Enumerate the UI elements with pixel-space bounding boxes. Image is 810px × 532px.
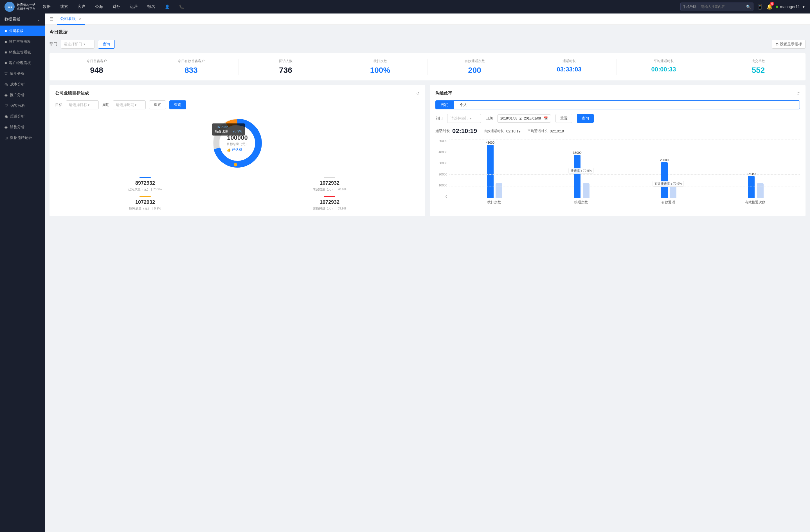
efficiency-panel: 沟通效率 ↺ 部门 个人 部门 请选择部门 ▼ 日期 [430, 85, 806, 216]
channel-icon: ◉ [4, 114, 8, 119]
goal-stat-should-complete: 1072932 应完成量（元）｜8.9% [55, 196, 235, 211]
sidebar-item-funnel[interactable]: ▽ 漏斗分析 [0, 68, 45, 79]
eff-dept-select[interactable]: 请选择部门 ▼ [447, 114, 481, 123]
nav-customers[interactable]: 客户 [73, 0, 90, 14]
goal-reset-button[interactable]: 重置 [149, 100, 166, 110]
efficiency-panel-header: 沟通效率 ↺ [435, 90, 800, 96]
sidebar-item-label-cost: 成本分析 [10, 82, 25, 87]
goal-target-select[interactable]: 请选择目标 ▼ [66, 100, 99, 110]
goal-target-label: 目标 [55, 102, 62, 107]
promotion-analysis-icon: ◈ [4, 93, 7, 97]
efficiency-refresh-icon[interactable]: ↺ [796, 91, 800, 96]
sales-analysis-icon: ◈ [4, 125, 7, 129]
page-content: 今日数据 部门 请选择部门 ▼ 查询 ⚙ 设置显示指标 [45, 25, 810, 221]
stat-value-5: 03:33:03 [525, 66, 613, 73]
eff-query-button[interactable]: 查询 [577, 114, 594, 123]
stat-value-0: 948 [53, 66, 140, 75]
sidebar-item-data-transfer[interactable]: ⊞ 数据流转记录 [0, 132, 45, 143]
sales-board-icon: ■ [4, 50, 7, 54]
tab-bar: ☰ 公司看板 ✕ [45, 14, 810, 25]
today-section-title: 今日数据 [49, 29, 806, 35]
sidebar-item-sales-board[interactable]: ■ 销售主管看板 [0, 47, 45, 57]
sidebar-item-visitor[interactable]: ♡ 访客分析 [0, 100, 45, 111]
dept-label: 部门 [49, 41, 58, 47]
bars-area: 43000 [450, 139, 800, 207]
date-range-picker[interactable]: 2018/01/08 至 2018/01/08 📅 [497, 114, 551, 122]
y-label-20000: 20000 [438, 173, 447, 176]
sidebar-item-sales-analysis[interactable]: ◈ 销售分析 [0, 122, 45, 132]
dept-select[interactable]: 请选择部门 ▼ [61, 40, 95, 49]
tooltip-value: 1072932 [215, 125, 242, 129]
x-label-connect: 接通次数 [539, 200, 624, 205]
nav-sea[interactable]: 公海 [91, 0, 108, 14]
goal-filters: 目标 请选择目标 ▼ 周期 请选择周期 ▼ 重置 查询 [55, 100, 420, 110]
bar-label-35000: 35000 [573, 151, 582, 154]
search-input[interactable] [699, 5, 744, 9]
overachieve-label: 超额完成（元）｜89.9% [240, 206, 420, 211]
user-info[interactable]: manager11 ▼ [776, 4, 806, 9]
search-button[interactable]: 🔍 [744, 4, 753, 9]
x-label-dial: 拨打次数 [452, 200, 537, 205]
stat-value-3: 100% [336, 66, 424, 75]
logo-text: 教育机构一站 式服务云平台 [17, 3, 35, 11]
goal-panel: 公司业绩目标达成 ↺ 目标 请选择目标 ▼ 周期 请选择周期 ▼ [49, 85, 425, 216]
bar-eff-connect-main [748, 176, 755, 198]
main-layout: 数据看板 ⌄ ■ 公司看板 ■ 推广主管看板 ■ 销售主管看板 ■ 客户经理看板… [0, 14, 810, 532]
eff-dept-placeholder: 请选择部门 [450, 116, 469, 121]
efficiency-tab-person[interactable]: 个人 [454, 101, 473, 109]
sidebar-item-label-sales: 销售主管看板 [9, 50, 31, 55]
nav-phone-icon[interactable]: 📞 [175, 0, 189, 14]
tab-menu-button[interactable]: ☰ [49, 16, 53, 22]
search-box: 手机号码 🔍 [680, 2, 754, 11]
efficiency-panel-title: 沟通效率 [435, 90, 452, 96]
sidebar-item-cost[interactable]: ◎ 成本分析 [0, 79, 45, 90]
sidebar-item-channel[interactable]: ◉ 渠道分析 [0, 111, 45, 122]
notification-bell[interactable]: 🔔 5 [766, 4, 773, 10]
nav-operations[interactable]: 运营 [126, 0, 142, 14]
goal-stat-overachieve: 1072932 超额完成（元）｜89.9% [240, 196, 420, 211]
nav-leads[interactable]: 线索 [56, 0, 72, 14]
nav-data[interactable]: 数据 [38, 0, 55, 14]
effective-duration-label: 有效通话时长 [484, 129, 504, 134]
settings-button[interactable]: ⚙ 设置显示指标 [772, 40, 806, 49]
stat-label-0: 今日首咨客户 [53, 59, 140, 64]
donut-achieved: 👍 已达成 [227, 147, 248, 152]
donut-center-value: 100000 [227, 134, 248, 142]
tab-company-board[interactable]: 公司看板 ✕ [57, 14, 85, 25]
eff-reset-button[interactable]: 重置 [555, 114, 572, 123]
sidebar-item-promotion-board[interactable]: ■ 推广主管看板 [0, 36, 45, 47]
user-dropdown-arrow[interactable]: ▼ [801, 4, 806, 9]
tab-close-company[interactable]: ✕ [79, 17, 82, 21]
stat-value-6: 00:00:33 [620, 66, 707, 73]
nav-finance[interactable]: 财务 [108, 0, 125, 14]
search-type-selector[interactable]: 手机号码 [681, 4, 699, 9]
goal-refresh-icon[interactable]: ↺ [416, 91, 420, 96]
stat-effective-calls: 有效通话次数 200 [427, 59, 522, 75]
sidebar-item-promotion-analysis[interactable]: ◈ 推广分析 [0, 90, 45, 100]
total-duration-label: 通话时长 [435, 129, 450, 134]
connect-rate-annotation: 接通率：70.9% [569, 168, 594, 174]
thumb-up-icon: 👍 [227, 148, 231, 152]
nav-person-icon[interactable]: 👤 [160, 0, 174, 14]
stat-label-5: 通话时长 [525, 59, 613, 64]
nav-registration[interactable]: 报名 [143, 0, 160, 14]
sidebar-collapse-icon[interactable]: ⌄ [37, 17, 40, 22]
total-duration-value: 02:10:19 [452, 127, 477, 135]
bar-eff-connect-secondary [757, 183, 764, 198]
date-end: 2018/01/08 [524, 116, 541, 120]
donut-chart-container: 1072932 所占比例： 70.9% [55, 115, 420, 171]
goal-query-button[interactable]: 查询 [169, 100, 186, 110]
sidebar-item-label-customer: 客户经理看板 [9, 61, 31, 66]
sidebar-item-customer-board[interactable]: ■ 客户经理看板 [0, 57, 45, 68]
stat-avg-duration: 平均通话时长 00:00:33 [616, 59, 711, 75]
efficiency-tab-dept[interactable]: 部门 [436, 101, 454, 109]
effective-duration-value: 02:10:19 [506, 129, 521, 133]
goal-target-arrow: ▼ [87, 103, 90, 106]
today-query-button[interactable]: 查询 [98, 40, 115, 49]
should-complete-value: 1072932 [55, 199, 235, 205]
y-label-30000: 30000 [438, 161, 447, 165]
sidebar-item-company-board[interactable]: ■ 公司看板 [0, 26, 45, 36]
goal-period-select[interactable]: 请选择周期 ▼ [113, 100, 146, 110]
tablet-icon[interactable]: 📱 [757, 4, 763, 10]
nav-items: 数据 线索 客户 公海 财务 运营 报名 👤 📞 [38, 0, 680, 14]
